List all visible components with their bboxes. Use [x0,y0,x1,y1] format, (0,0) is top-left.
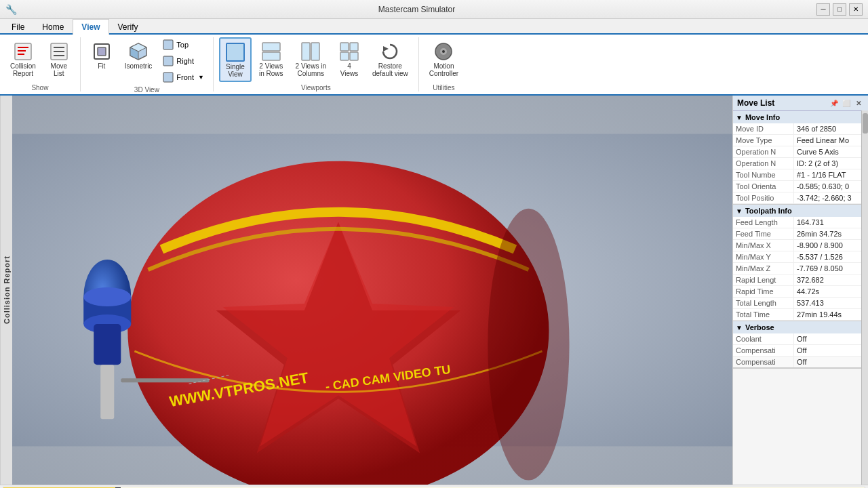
2views-rows-label: 2 Viewsin Rows [259,62,283,77]
top-view-button[interactable]: Top [159,37,208,52]
fit-label: Fit [98,62,105,70]
window-controls[interactable]: ─ □ ✕ [816,3,863,16]
row-label: Coolant [733,333,794,344]
row-value: -0.585; 0.630; 0 [794,181,868,192]
move-info-label: Move Info [745,113,780,121]
move-info-arrow: ▼ [736,114,743,121]
svg-rect-19 [302,43,310,60]
collision-report-button[interactable]: CollisionReport [5,37,41,81]
main-area: Collision Report [0,96,868,485]
panel-pin-button[interactable]: 📌 [829,98,840,108]
table-row: Tool Positio -3.742; -2.660; 3 [733,192,868,204]
verbose-section: ▼ Verbose Coolant Off Compensati Off Com… [733,321,868,369]
tab-file[interactable]: File [3,19,33,35]
2views-cols-button[interactable]: 2 Views inColumns [291,37,331,81]
svg-rect-18 [262,52,280,60]
show-group-label: Show [31,84,48,92]
front-view-button[interactable]: Front ▼ [159,70,208,85]
tab-home[interactable]: Home [33,19,73,35]
close-button[interactable]: ✕ [849,3,863,16]
svg-rect-14 [163,56,173,66]
panel-header: Move List 📌 ⬜ ✕ [733,96,868,111]
4views-button[interactable]: 4Views [334,37,365,81]
table-row: Min/Max Y -5.537 / 1.526 [733,251,868,263]
2views-cols-label: 2 Views inColumns [296,62,326,77]
row-value: Off [794,345,868,356]
2views-rows-icon [260,41,282,62]
move-list-button[interactable]: MoveList [43,37,75,81]
row-label: Tool Numbe [733,169,794,180]
table-row: Rapid Lengt 372.682 [733,274,868,286]
row-value: #1 - 1/16 FLAT [794,169,868,180]
viewports-group-label: Viewports [301,84,331,92]
right-view-button[interactable]: Right [159,54,208,68]
svg-point-35 [488,209,569,481]
row-label: Feed Time [733,228,794,239]
row-label: Rapid Time [733,286,794,297]
panel-right: Move List 📌 ⬜ ✕ ▼ Move Info Move ID 346 … [732,96,868,485]
verbose-header[interactable]: ▼ Verbose [733,321,868,333]
svg-rect-15 [163,73,173,82]
toolpath-info-header[interactable]: ▼ Toolpath Info [733,205,868,217]
table-row: Tool Numbe #1 - 1/16 FLAT [733,169,868,181]
restore-view-label: Restoredefault view [372,62,408,77]
move-info-section: ▼ Move Info Move ID 346 of 2850 Move Typ… [733,111,868,205]
isometric-button[interactable]: Isometric [120,37,157,73]
move-info-header[interactable]: ▼ Move Info [733,111,868,123]
panel-scroll-area[interactable]: ▼ Move Info Move ID 346 of 2850 Move Typ… [733,111,868,485]
row-label: Move ID [733,123,794,134]
toolpath-info-label: Toolpath Info [745,207,792,215]
top-label: Top [176,41,189,49]
single-view-label: SingleView [226,63,245,78]
maximize-button[interactable]: □ [833,3,846,16]
row-value: 27min 19.44s [794,309,868,320]
restore-view-button[interactable]: Restoredefault view [368,37,413,81]
fit-button[interactable]: Fit [86,37,117,73]
row-label: Rapid Lengt [733,274,794,285]
row-value: 26min 34.72s [794,228,868,239]
ribbon-group-3dview: Fit Isometric Top [81,37,214,92]
tab-verify[interactable]: Verify [109,19,147,35]
row-label: Tool Orienta [733,181,794,192]
collision-report-icon [12,41,34,62]
title-bar: 🔧 Mastercam Simulator ─ □ ✕ [0,0,868,19]
row-value: 372.682 [794,274,868,285]
row-label: Operation N [733,158,794,169]
tab-view[interactable]: View [73,19,108,35]
row-value: -7.769 / 8.050 [794,263,868,274]
motion-controller-button[interactable]: MotionController [425,37,463,81]
minimize-button[interactable]: ─ [816,3,830,16]
table-row: Feed Length 164.731 [733,217,868,228]
panel-float-button[interactable]: ⬜ [841,98,852,108]
table-row: Rapid Time 44.72s [733,286,868,298]
2views-rows-button[interactable]: 2 Viewsin Rows [254,37,288,81]
svg-point-28 [442,50,445,53]
row-label: Min/Max X [733,240,794,251]
table-row: Move Type Feed Linear Mo [733,135,868,146]
collision-report-sidebar[interactable]: Collision Report [0,96,12,485]
isometric-label: Isometric [125,62,153,70]
row-label: Total Length [733,298,794,308]
isometric-icon [127,41,149,62]
row-value: -3.742; -2.660; 3 [794,192,868,203]
restore-view-icon [379,41,401,62]
utilities-group-label: Utilities [433,84,454,92]
front-dropdown-arrow[interactable]: ▼ [198,74,204,81]
motion-controller-label: MotionController [429,62,458,77]
svg-rect-20 [311,43,319,60]
svg-rect-23 [340,52,349,60]
bottom-area: Precision: ⏮ ⏪ ◀ ▶ ▶ ⏩ ⏭ 🔁 Speed: [0,485,868,488]
table-row: Min/Max Z -7.769 / 8.050 [733,263,868,274]
single-view-button[interactable]: SingleView [219,37,252,82]
row-value: 164.731 [794,217,868,228]
row-value: 346 of 2850 [794,123,868,134]
panel-scrollbar[interactable] [861,110,868,485]
table-row: Move ID 346 of 2850 [733,123,868,135]
ribbon-body: CollisionReport MoveList Show Fit [0,35,868,96]
viewport[interactable]: WWW.VTPROS.NET - CAD CAM VIDEO TU [12,96,732,485]
row-value: -8.900 / 8.900 [794,240,868,251]
panel-close-button[interactable]: ✕ [853,98,864,108]
collision-report-label: CollisionReport [10,62,36,77]
panel-scrollbar-thumb [863,113,868,134]
svg-rect-16 [226,43,244,61]
